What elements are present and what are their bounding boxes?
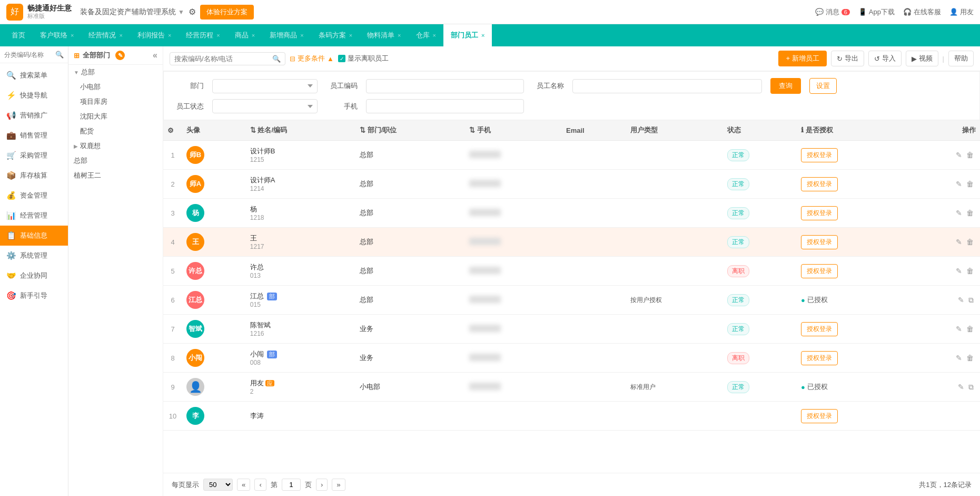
dept-edit-icon[interactable]: ✎ (115, 51, 125, 60)
next-page-btn[interactable]: › (316, 479, 328, 491)
tree-node-shuanglu[interactable]: ▶ 双鹿想 (68, 139, 163, 153)
last-page-btn[interactable]: » (332, 479, 345, 491)
tab-warehouse[interactable]: 仓库 × (409, 24, 443, 46)
tab-bom[interactable]: 物料清单 × (360, 24, 408, 46)
sys-dropdown-arrow[interactable]: ▼ (178, 8, 184, 16)
tab-profit[interactable]: 利润报告 × (130, 24, 179, 46)
import-btn[interactable]: ↺ 导入 (868, 51, 902, 66)
close-icon[interactable]: × (398, 32, 401, 38)
auth-btn[interactable]: 授权登录 (801, 322, 838, 336)
th-name-code[interactable]: ⇅ 姓名/编码 (246, 120, 355, 141)
expand-icon[interactable]: ▼ (74, 70, 79, 75)
close-icon[interactable]: × (300, 32, 303, 38)
tree-child-xiangmuku[interactable]: 项目库房 (68, 94, 163, 109)
sidebar-item-search[interactable]: 🔍搜索菜单 (0, 65, 68, 85)
tab-history[interactable]: 经营历程 × (179, 24, 227, 46)
tree-child-shenyang[interactable]: 沈阳大库 (68, 109, 163, 124)
tree-node-zongbu[interactable]: 总部 (68, 153, 163, 168)
edit-btn[interactable]: ✎ (954, 353, 964, 363)
close-icon[interactable]: × (71, 32, 74, 38)
delete-btn[interactable]: 🗑 (964, 150, 976, 160)
sidebar-item-system[interactable]: ⚙️系统管理 (0, 246, 68, 266)
page-size-select[interactable]: 50 100 (203, 479, 233, 491)
tab-customer[interactable]: 客户联络 × (33, 24, 81, 46)
help-btn[interactable]: 帮助 (948, 51, 974, 66)
edit-btn[interactable]: ✎ (956, 295, 966, 305)
view-btn[interactable]: ▶ 视频 (906, 51, 938, 66)
export-btn[interactable]: ↻ 导出 (831, 51, 864, 66)
sidebar-item-inventory[interactable]: 📦库存核算 (0, 166, 68, 186)
th-phone[interactable]: ⇅ 手机 (465, 120, 562, 141)
add-employee-btn[interactable]: + 新增员工 (778, 51, 826, 66)
close-icon[interactable]: × (433, 32, 436, 38)
th-dept-position[interactable]: ⇅ 部门/职位 (355, 120, 465, 141)
sidebar-item-marketing[interactable]: 📢营销推广 (0, 105, 68, 125)
auth-btn[interactable]: 授权登录 (801, 264, 838, 278)
delete-btn[interactable]: 🗑 (964, 179, 976, 189)
auth-btn[interactable]: 授权登录 (801, 148, 838, 162)
close-icon[interactable]: × (168, 32, 171, 38)
tab-dept-staff[interactable]: 部门员工 × (443, 24, 492, 46)
dept-collapse-icon[interactable]: « (153, 51, 157, 60)
close-icon[interactable]: × (349, 32, 352, 38)
experience-btn[interactable]: 体验行业方案 (200, 5, 254, 20)
auth-btn[interactable]: 授权登录 (801, 206, 838, 220)
tab-home[interactable]: 首页 (4, 24, 33, 46)
more-filter-btn[interactable]: ⊟ 更多条件 ▲ (290, 54, 334, 63)
edit-btn[interactable]: ✎ (954, 266, 964, 276)
auth-btn[interactable]: 授权登录 (801, 177, 838, 191)
edit-btn[interactable]: ✎ (954, 179, 964, 189)
sidebar-item-quicknav[interactable]: ⚡快捷导航 (0, 85, 68, 105)
message-item[interactable]: 💬 消息 6 (815, 7, 850, 17)
current-page-input[interactable] (282, 479, 301, 491)
edit-btn[interactable]: ✎ (954, 208, 964, 218)
sidebar-item-collab[interactable]: 🤝企业协同 (0, 266, 68, 286)
emp-name-input[interactable] (572, 79, 762, 93)
prev-page-btn[interactable]: ‹ (254, 479, 266, 491)
sidebar-item-guide[interactable]: 🎯新手引导 (0, 286, 68, 306)
close-icon[interactable]: × (481, 32, 484, 38)
auth-btn[interactable]: 授权登录 (801, 351, 838, 365)
tree-child-peihuo[interactable]: 配货 (68, 124, 163, 139)
sidebar-item-basic[interactable]: 📋基础信息 (0, 226, 68, 246)
set-btn[interactable]: 设置 (809, 78, 837, 94)
sidebar-search-input[interactable] (4, 51, 55, 59)
app-download-item[interactable]: 📱 App下载 (858, 7, 895, 17)
emp-status-select[interactable] (212, 99, 318, 113)
expand-icon[interactable]: ▶ (74, 143, 78, 149)
delete-btn[interactable]: 🗑 (964, 353, 976, 363)
tree-child-xiaodibu[interactable]: 小电部 (68, 80, 163, 94)
sidebar-item-purchase[interactable]: 🛒采购管理 (0, 145, 68, 166)
delete-btn[interactable]: 🗑 (964, 237, 976, 247)
edit-btn[interactable]: ✎ (954, 237, 964, 247)
delete-btn[interactable]: 🗑 (964, 324, 976, 334)
online-service-item[interactable]: 🎧 在线客服 (903, 7, 941, 17)
edit-btn[interactable]: ✎ (954, 324, 964, 334)
sidebar-item-operation[interactable]: 📊经营管理 (0, 206, 68, 226)
close-icon[interactable]: × (216, 32, 220, 38)
tree-node-zhishu[interactable]: 植树王二 (68, 168, 163, 183)
copy-btn[interactable]: ⧉ (966, 295, 976, 306)
user-item[interactable]: 👤 用友 (949, 7, 974, 17)
copy-btn[interactable]: ⧉ (966, 382, 976, 393)
dept-filter-select[interactable] (212, 79, 318, 93)
tab-goods[interactable]: 商品 × (227, 24, 262, 46)
edit-btn[interactable]: ✎ (956, 382, 966, 392)
delete-btn[interactable]: 🗑 (964, 208, 976, 218)
auth-btn[interactable]: 授权登录 (801, 409, 838, 423)
sidebar-item-sales[interactable]: 💼销售管理 (0, 125, 68, 145)
close-icon[interactable]: × (252, 32, 255, 38)
show-resigned-checkbox[interactable]: ✓ (338, 55, 345, 62)
tab-business[interactable]: 经营情况 × (81, 24, 130, 46)
tab-barcode[interactable]: 条码方案 × (311, 24, 360, 46)
tab-add-goods[interactable]: 新增商品 × (262, 24, 311, 46)
first-page-btn[interactable]: « (237, 479, 250, 491)
edit-btn[interactable]: ✎ (954, 150, 964, 160)
show-resigned-toggle[interactable]: ✓ 显示离职员工 (338, 54, 389, 63)
delete-btn[interactable]: 🗑 (964, 266, 976, 276)
sidebar-item-finance[interactable]: 💰资金管理 (0, 186, 68, 206)
th-settings[interactable]: ⚙ (163, 120, 182, 141)
close-icon[interactable]: × (119, 32, 122, 38)
search-input[interactable] (174, 55, 269, 63)
auth-btn[interactable]: 授权登录 (801, 235, 838, 249)
